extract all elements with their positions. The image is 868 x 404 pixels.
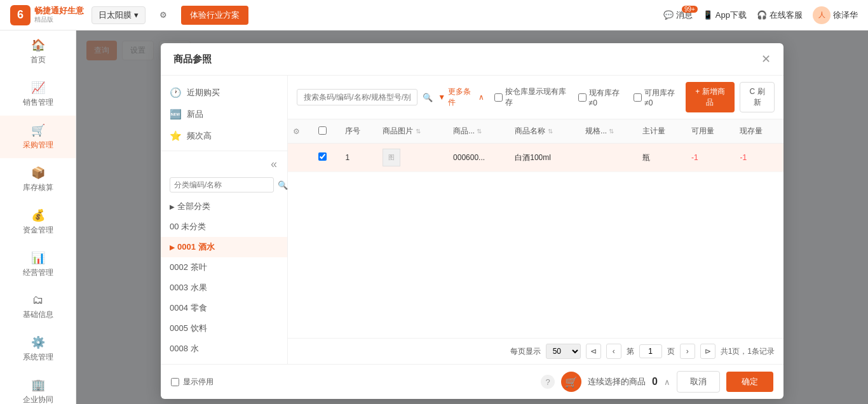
product-search-input[interactable]	[297, 89, 417, 105]
collapse-panel-button[interactable]: «	[266, 155, 282, 173]
selected-count-value: 0	[652, 376, 658, 387]
left-nav-recent[interactable]: 🕐 近期购买	[161, 82, 287, 104]
cancel-button[interactable]: 取消	[677, 371, 720, 393]
chevron-up-icon: ∧	[478, 93, 484, 102]
category-4-snack[interactable]: 0004 零食	[161, 298, 287, 318]
home-icon: 🏠	[31, 38, 45, 52]
headset-icon: 🎧	[757, 10, 767, 20]
refresh-button[interactable]: C 刷新	[740, 82, 775, 112]
prev-page-button[interactable]: ‹	[606, 344, 621, 359]
category-2-tea[interactable]: 0002 茶叶	[161, 257, 287, 278]
page-label: 第	[627, 346, 634, 357]
modal-overlay: 商品参照 ✕ 🕐 近期购买 🆕 新品	[76, 30, 868, 404]
select-all-checkbox[interactable]	[318, 126, 327, 135]
checkbox-available[interactable]	[578, 93, 587, 102]
sidebar-label-basic-info: 基础信息	[23, 309, 53, 320]
left-nav-recent-label: 近期购买	[187, 87, 220, 98]
table-header-row: ⚙ 序号 商品	[288, 119, 783, 144]
td-checkbox	[313, 144, 341, 172]
sidebar-item-purchase[interactable]: 🛒 采购管理	[0, 116, 76, 158]
category-search-icon[interactable]: 🔍	[278, 180, 288, 190]
sidebar-label-management: 经营管理	[23, 267, 53, 278]
sidebar-label-system: 系统管理	[23, 352, 53, 363]
category-8-water[interactable]: 0008 水	[161, 339, 287, 358]
check-usable-nonzero[interactable]: 可用库存≠0	[634, 88, 681, 107]
sidebar-item-system[interactable]: ⚙️ 系统管理	[0, 328, 76, 370]
sidebar-item-basic-info[interactable]: 🗂 基础信息	[0, 286, 76, 328]
first-page-button[interactable]: ⊲	[586, 344, 601, 359]
last-page-button[interactable]: ⊳	[700, 344, 715, 359]
page-size-label: 每页显示	[510, 346, 541, 357]
product-search-icon[interactable]: 🔍	[423, 93, 433, 102]
check-available-nonzero[interactable]: 现有库存≠0	[578, 88, 625, 107]
th-checkbox	[313, 119, 341, 144]
product-table: ⚙ 序号 商品	[288, 119, 783, 338]
purchase-icon: 🛒	[31, 123, 45, 137]
th-available: 可用量	[686, 119, 735, 144]
modal-footer: 显示停用 ? 🛒 连续选择的商品 0 ∧ 取消 确定	[161, 364, 783, 399]
trial-button[interactable]: 体验行业方案	[181, 6, 248, 25]
category-3-fruit[interactable]: 0003 水果	[161, 278, 287, 298]
table-row[interactable]: 1 图 000600... 白酒100ml 瓶	[288, 144, 783, 172]
product-image: 图	[383, 149, 400, 166]
help-icon[interactable]: ?	[541, 375, 555, 389]
th-name: 商品名称 ⇅	[510, 119, 580, 144]
sidebar-item-inventory[interactable]: 📦 库存核算	[0, 158, 76, 201]
category-all[interactable]: ▶ 全部分类	[161, 196, 287, 217]
main-layout: 🏠 首页 📈 销售管理 🛒 采购管理 📦 库存核算 💰 资金管理 📊 经营管理 …	[0, 30, 868, 404]
add-product-button[interactable]: + 新增商品	[686, 82, 735, 112]
online-service-button[interactable]: 🎧 在线客服	[757, 10, 803, 21]
left-nav-new[interactable]: 🆕 新品	[161, 104, 287, 125]
td-img: 图	[377, 144, 448, 172]
row-checkbox[interactable]	[318, 152, 327, 161]
mobile-icon: 📱	[703, 10, 713, 20]
show-disabled-input[interactable]	[171, 378, 179, 386]
show-disabled-checkbox[interactable]: 显示停用	[171, 377, 214, 387]
app-download-button[interactable]: 📱 App下载	[703, 10, 747, 21]
page-number-input[interactable]	[639, 344, 662, 358]
category-1-liquor[interactable]: ▶ 0001 酒水	[161, 237, 287, 257]
next-page-button[interactable]: ›	[680, 344, 695, 359]
category-list: ▶ 全部分类 00 未分类 ▶ 0001 酒水 0002 茶	[161, 196, 287, 358]
table-settings-icon[interactable]: ⚙	[293, 127, 300, 136]
collapse-footer-button[interactable]: ∧	[664, 377, 670, 387]
left-nav-frequent-label: 频次高	[187, 130, 212, 142]
category-5-drink[interactable]: 0005 饮料	[161, 318, 287, 339]
category-search-input[interactable]	[170, 177, 274, 192]
logo-icon: 6	[10, 5, 31, 25]
checkbox-usable[interactable]	[634, 93, 642, 102]
check-warehouse-stock[interactable]: 按仓库显示现有库存	[494, 86, 569, 108]
cart-icon[interactable]: 🛒	[561, 372, 581, 392]
product-table-element: ⚙ 序号 商品	[288, 119, 783, 172]
messages-button[interactable]: 💬 消息 99+	[663, 10, 693, 21]
td-seq: 1	[340, 144, 377, 172]
sidebar-item-sales[interactable]: 📈 销售管理	[0, 73, 76, 116]
th-seq: 序号	[340, 119, 377, 144]
user-avatar[interactable]: 人 徐泽华	[813, 6, 858, 24]
confirm-button[interactable]: 确定	[726, 372, 773, 392]
th-code: 商品... ⇅	[448, 119, 510, 144]
company-selector[interactable]: 日太阳膜 ▾	[92, 6, 146, 24]
settings-icon[interactable]: ⚙	[153, 5, 173, 25]
td-spec	[580, 144, 637, 172]
product-reference-modal: 商品参照 ✕ 🕐 近期购买 🆕 新品	[161, 43, 783, 399]
left-nav-frequent[interactable]: ⭐ 频次高	[161, 125, 287, 147]
message-badge: 99+	[682, 6, 698, 13]
page-size-select[interactable]: 50 100 200	[546, 344, 581, 359]
sidebar-label-finance: 资金管理	[23, 225, 53, 236]
modal-close-button[interactable]: ✕	[761, 52, 771, 66]
left-divider	[161, 151, 287, 151]
nav-right: 💬 消息 99+ 📱 App下载 🎧 在线客服 人 徐泽华	[663, 6, 858, 24]
more-filter-button[interactable]: ▼ 更多条件 ∧	[438, 86, 484, 108]
th-spec: 规格... ⇅	[580, 119, 637, 144]
sidebar-item-home[interactable]: 🏠 首页	[0, 30, 76, 73]
category-0[interactable]: 00 未分类	[161, 217, 287, 237]
sidebar-item-finance[interactable]: 💰 资金管理	[0, 201, 76, 243]
recent-icon: 🕐	[170, 87, 182, 98]
checkbox-warehouse[interactable]	[494, 93, 503, 102]
modal-left-panel: 🕐 近期购买 🆕 新品 ⭐ 频次高 «	[161, 76, 288, 364]
sidebar: 🏠 首页 📈 销售管理 🛒 采购管理 📦 库存核算 💰 资金管理 📊 经营管理 …	[0, 30, 76, 404]
message-icon: 💬	[663, 10, 674, 20]
sidebar-item-management[interactable]: 📊 经营管理	[0, 243, 76, 286]
sidebar-item-enterprise[interactable]: 🏢 企业协同	[0, 370, 76, 404]
